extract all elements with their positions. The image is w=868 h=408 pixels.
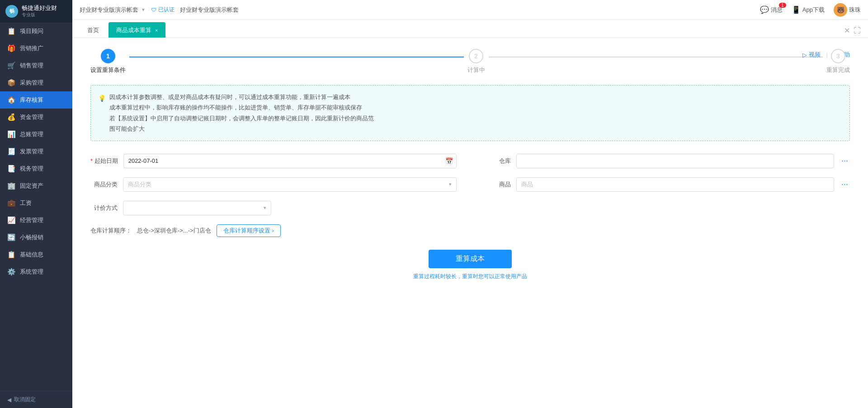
sidebar-item-inventory[interactable]: 🏠 库存核算 xyxy=(0,91,72,109)
recalc-button[interactable]: 重算成本 xyxy=(429,250,512,268)
step-2-circle: 2 xyxy=(469,49,483,63)
info-line3: 若【系统设置】中启用了自动调整记账日期时，会调整入库单的整单记账日期，因此重新计… xyxy=(109,113,374,123)
app-icon: 畅 xyxy=(5,5,18,18)
step-1-label: 设置重算条件 xyxy=(90,66,126,74)
info-line2: 成本重算过程中，影响库存账的操作均不能操作，比如进货单、销货单、库存单据不能审核… xyxy=(109,102,374,113)
refresh-icon: 🔄 xyxy=(7,233,15,242)
message-icon: 💬 xyxy=(760,5,769,14)
message-badge: 1 xyxy=(779,3,786,8)
step-3: 3 重算完成 xyxy=(826,49,850,74)
warehouse-row: 仓库 ··· xyxy=(484,154,850,168)
tab-recalc[interactable]: 商品成本重算 × xyxy=(108,22,165,38)
start-date-input[interactable] xyxy=(123,154,457,168)
sidebar-item-ledger[interactable]: 📊 总账管理 xyxy=(0,126,72,143)
info-content: 因成本计算参数调整、或是对商品成本有疑问时，可以通过成本重算功能，重新计算一遍成… xyxy=(109,92,374,134)
warehouse-order-label: 仓库计算顺序： xyxy=(90,227,132,235)
verified-badge: 🛡 已认证 xyxy=(151,6,175,14)
sidebar-item-project[interactable]: 📋 项目顾问 xyxy=(0,23,72,40)
sidebar-label-finance: 资金管理 xyxy=(20,113,43,121)
step-1-circle: 1 xyxy=(101,49,115,63)
sidebar-item-basic[interactable]: 📋 基础信息 xyxy=(0,246,72,263)
sidebar-unpin[interactable]: ◀ 取消固定 xyxy=(0,391,72,408)
sidebar-item-finance[interactable]: 💰 资金管理 xyxy=(0,109,72,126)
chevron-right-icon: › xyxy=(272,227,274,234)
account-selector[interactable]: 好业财专业版演示帐套 ▼ xyxy=(80,6,146,14)
sidebar-item-system[interactable]: ⚙️ 系统管理 xyxy=(0,263,72,280)
warehouse-input[interactable] xyxy=(516,154,834,168)
user-name: 珠珠 xyxy=(849,6,861,14)
video-label: 视频 xyxy=(809,51,821,59)
window-controls: ✕ ⛶ xyxy=(844,26,861,38)
step-2: 2 计算中 xyxy=(467,49,485,74)
pricing-select[interactable]: ▾ xyxy=(123,201,271,215)
sidebar-item-invoice[interactable]: 🧾 发票管理 xyxy=(0,143,72,160)
warehouse-order-row: 仓库计算顺序： 总仓->深圳仓库->...->门店仓 仓库计算顺序设置 › xyxy=(90,224,850,237)
step-1: 1 设置重算条件 xyxy=(90,49,126,74)
app-edition: 专业版 xyxy=(22,12,57,18)
sidebar-scroll: 📋 项目顾问 🎁 营销推广 🛒 销售管理 📦 采购管理 🏠 库存核算 💰 资金管… xyxy=(0,23,72,391)
step-line-1 xyxy=(129,57,464,57)
recalc-section: 重算成本 重算过程耗时较长，重算时您可以正常使用产品 xyxy=(90,250,850,280)
sidebar-item-tax[interactable]: 📑 税务管理 xyxy=(0,160,72,177)
user-profile[interactable]: 🐻 珠珠 xyxy=(834,3,861,17)
main-area: 好业财专业版演示帐套 ▼ 🛡 已认证 好业财专业版演示帐套 💬 消息 1 📱 A… xyxy=(72,0,868,408)
message-button[interactable]: 💬 消息 1 xyxy=(760,5,783,14)
home-icon: 🏠 xyxy=(7,96,15,104)
avatar: 🐻 xyxy=(834,3,847,17)
step-3-label: 重算完成 xyxy=(826,66,850,74)
product-dots-icon[interactable]: ··· xyxy=(840,180,850,189)
expand-window-icon[interactable]: ⛶ xyxy=(854,27,861,35)
tab-home[interactable]: 首页 xyxy=(80,22,107,38)
step-2-label: 计算中 xyxy=(467,66,485,74)
clipboard-icon: 📋 xyxy=(7,251,15,259)
sidebar-item-assets[interactable]: 🏢 固定资产 xyxy=(0,177,72,195)
warehouse-order-settings-button[interactable]: 仓库计算顺序设置 › xyxy=(217,224,281,237)
topbar: 好业财专业版演示帐套 ▼ 🛡 已认证 好业财专业版演示帐套 💬 消息 1 📱 A… xyxy=(72,0,868,20)
form-grid: 起始日期 📅 仓库 ··· 商品分类 商品分类 ▾ xyxy=(90,154,850,192)
sidebar-label-basic: 基础信息 xyxy=(20,251,43,259)
step-line-2 xyxy=(489,57,823,57)
product-row: 商品 商品 ··· xyxy=(484,177,850,192)
building-icon: 🏢 xyxy=(7,182,15,190)
close-tab-icon[interactable]: × xyxy=(155,28,158,33)
close-window-icon[interactable]: ✕ xyxy=(844,26,850,35)
category-chevron-icon: ▾ xyxy=(449,181,452,187)
video-link[interactable]: ▷ 视频 xyxy=(802,51,821,59)
lightbulb-icon: 💡 xyxy=(98,93,106,134)
warehouse-dots-icon[interactable]: ··· xyxy=(840,156,850,166)
sidebar-label-expense: 小畅报销 xyxy=(20,233,43,242)
info-box: 💡 因成本计算参数调整、或是对商品成本有疑问时，可以通过成本重算功能，重新计算一… xyxy=(90,85,850,141)
calendar-icon[interactable]: 📅 xyxy=(445,157,453,165)
sidebar-label-purchase: 采购管理 xyxy=(20,79,43,87)
account-name-text: 好业财专业版演示帐套 xyxy=(80,6,138,14)
info-line1: 因成本计算参数调整、或是对商品成本有疑问时，可以通过成本重算功能，重新计算一遍成… xyxy=(109,92,374,102)
unpin-label: 取消固定 xyxy=(14,396,36,403)
app-download-button[interactable]: 📱 App下载 xyxy=(792,5,825,14)
warehouse-order-value: 总仓->深圳仓库->...->门店仓 xyxy=(137,227,211,235)
topbar-account-display: 好业财专业版演示帐套 xyxy=(180,6,239,14)
sidebar-item-salary[interactable]: 💼 工资 xyxy=(0,195,72,212)
sidebar-item-expense[interactable]: 🔄 小畅报销 xyxy=(0,229,72,246)
tab-recalc-label: 商品成本重算 xyxy=(116,26,151,34)
shield-icon: 🛡 xyxy=(151,7,156,13)
sidebar-item-ops[interactable]: 📈 经营管理 xyxy=(0,212,72,229)
category-row: 商品分类 商品分类 ▾ xyxy=(90,177,457,192)
tab-home-label: 首页 xyxy=(87,26,99,34)
start-date-row: 起始日期 📅 xyxy=(90,154,457,168)
sidebar-label-ops: 经营管理 xyxy=(20,216,43,224)
sidebar-label-sales: 销售管理 xyxy=(20,62,43,70)
product-input[interactable]: 商品 xyxy=(516,177,834,192)
content-area: 1 设置重算条件 2 计算中 3 重算完成 ▷ 视频 | ? xyxy=(72,38,868,408)
category-placeholder: 商品分类 xyxy=(128,180,151,189)
tabs-bar: 首页 商品成本重算 × ✕ ⛶ xyxy=(72,20,868,38)
sidebar-item-sales[interactable]: 🛒 销售管理 xyxy=(0,57,72,74)
step-3-circle: 3 xyxy=(831,49,845,63)
cart-icon: 🛒 xyxy=(7,62,15,70)
sidebar-item-purchase[interactable]: 📦 采购管理 xyxy=(0,74,72,91)
sidebar-item-marketing[interactable]: 🎁 营销推广 xyxy=(0,40,72,57)
sidebar-label-system: 系统管理 xyxy=(20,268,43,276)
chart-icon: 📊 xyxy=(7,130,15,138)
category-select[interactable]: 商品分类 ▾ xyxy=(123,177,457,192)
trending-icon: 📈 xyxy=(7,216,15,224)
doc-icon: 📑 xyxy=(7,165,15,173)
